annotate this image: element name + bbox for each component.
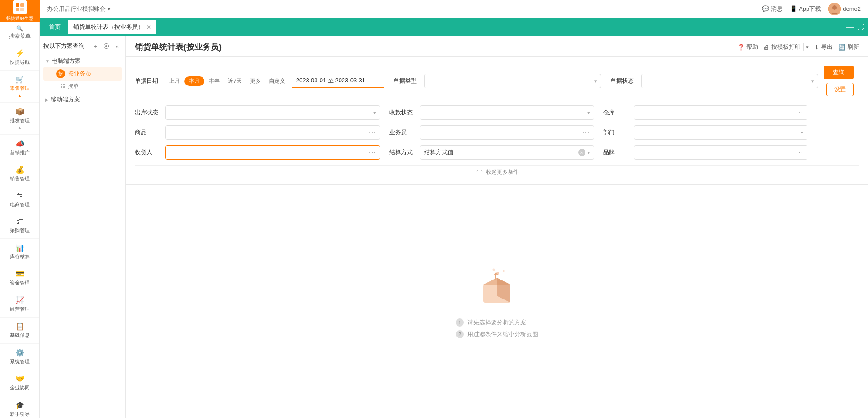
- salesperson-label: 业务员: [389, 128, 416, 137]
- tip-text-2: 用过滤条件来缩小分析范围: [467, 330, 538, 338]
- refresh-btn[interactable]: 🔄 刷新: [838, 43, 859, 51]
- refresh-icon: 🔄: [838, 44, 845, 51]
- product-label: 商品: [135, 128, 162, 137]
- filter-row-1: 单据日期 上月 本月 本年 近7天 更多 自定义 2023-: [135, 62, 859, 100]
- sidebar-item-operations[interactable]: 📈 经营管理: [0, 291, 39, 318]
- tab-minimize-btn[interactable]: —: [846, 23, 854, 31]
- avatar: [828, 3, 841, 15]
- settlement-select[interactable]: 结算方式值 ✕ ▾: [420, 145, 594, 160]
- cooperation-icon: 🤝: [15, 375, 24, 383]
- salesperson-select[interactable]: ···: [420, 125, 594, 140]
- sidebar-item-wholesale[interactable]: 📦 批发管理 ▲: [0, 103, 39, 135]
- operations-icon: 📈: [15, 296, 24, 304]
- settlement-clear-btn[interactable]: ✕: [578, 149, 585, 156]
- schema-item-salesperson[interactable]: 按 按业务员: [43, 67, 122, 81]
- tab-maximize-btn[interactable]: ⛶: [857, 23, 864, 31]
- svg-rect-0: [16, 3, 19, 7]
- doc-status-select[interactable]: ▾: [641, 74, 818, 88]
- sidebar-item-ecommerce[interactable]: 🛍 电商管理: [0, 187, 39, 213]
- svg-rect-3: [20, 8, 24, 11]
- export-btn[interactable]: ⬇ 导出: [814, 43, 833, 51]
- svg-rect-1: [20, 3, 24, 7]
- schema-settings-btn[interactable]: [102, 42, 111, 51]
- filter-salesperson: 业务员 ···: [389, 125, 594, 140]
- account-selector[interactable]: 办公用品行业模拟账套 ▾: [47, 5, 111, 13]
- message-btn[interactable]: 💬 消息: [762, 5, 783, 13]
- date-tab-lastmonth[interactable]: 上月: [165, 76, 184, 86]
- out-status-arrow: ▾: [373, 110, 376, 116]
- schema-subitem-order[interactable]: 按单: [43, 81, 122, 92]
- svg-point-7: [105, 45, 107, 47]
- marketing-icon: 📣: [15, 139, 24, 148]
- receiver-input[interactable]: ···: [165, 145, 380, 160]
- add-schema-btn[interactable]: +: [91, 42, 100, 51]
- schema-group-desktop-header[interactable]: ▼ 电脑端方案: [43, 55, 122, 67]
- date-tab-custom[interactable]: 自定义: [265, 76, 289, 86]
- help-icon: ❓: [737, 44, 745, 51]
- department-select[interactable]: ▾: [634, 125, 808, 140]
- retail-icon: 🛒: [15, 75, 24, 84]
- right-panel: 销货单统计表(按业务员) ❓ 帮助 🖨 按模板打印 ▾ ⬇: [126, 36, 868, 418]
- doc-type-select[interactable]: ▾: [424, 74, 601, 88]
- salesperson-dots: ···: [582, 128, 590, 137]
- collapse-bar: ⌃⌃ 收起更多条件: [135, 165, 859, 179]
- phone-icon: 📱: [790, 5, 797, 12]
- warehouse-select[interactable]: ···: [634, 105, 808, 120]
- settings-btn[interactable]: 设置: [826, 83, 854, 96]
- filter-collection-status: 收款状态 ▾: [389, 105, 594, 120]
- sidebar-item-marketing[interactable]: 📣 营销推广: [0, 135, 39, 161]
- date-tab-thisyear[interactable]: 本年: [205, 76, 223, 86]
- schema-group-mobile-header[interactable]: ▶ 移动端方案: [43, 94, 122, 105]
- tip-text-1: 请先选择要分析的方案: [467, 318, 526, 327]
- sidebar-item-sales[interactable]: 💰 销售管理: [0, 161, 39, 187]
- sidebar-item-cooperation[interactable]: 🤝 企业协同: [0, 370, 39, 396]
- print-btn[interactable]: 🖨 按模板打印: [764, 43, 804, 51]
- brand-select[interactable]: ···: [634, 145, 808, 160]
- sidebar-item-finance[interactable]: 💳 资金管理: [0, 265, 39, 291]
- tab-home[interactable]: 首页: [43, 20, 66, 34]
- collection-status-select[interactable]: ▾: [420, 105, 594, 120]
- tab-close-btn[interactable]: ✕: [146, 24, 151, 30]
- sidebar-item-system[interactable]: ⚙️ 系统管理: [0, 344, 39, 370]
- sidebar-logo[interactable]: 畅捷通好生意: [0, 0, 40, 22]
- sidebar-item-inventory[interactable]: 📊 库存核算: [0, 239, 39, 265]
- sidebar-item-purchase[interactable]: 🏷 采购管理: [0, 213, 39, 239]
- help-btn[interactable]: ❓ 帮助: [737, 43, 758, 51]
- left-panel: 按以下方案查询 + « ▼ 电脑端方案: [40, 36, 126, 418]
- collapse-btn[interactable]: ⌃⌃ 收起更多条件: [475, 168, 519, 176]
- date-tab-thismonth[interactable]: 本月: [184, 76, 204, 86]
- receiver-dots: ···: [369, 148, 376, 157]
- tab-sales-stat[interactable]: 销货单统计表（按业务员） ✕: [68, 20, 156, 34]
- sidebar-item-quick-nav[interactable]: ⚡ 快捷导航: [0, 44, 39, 71]
- filter-row-4: 收货人 ··· 结算方式 结算方式值 ✕ ▾: [135, 145, 859, 160]
- schema-group-desktop-label: 电脑端方案: [52, 57, 81, 65]
- product-select[interactable]: ···: [165, 125, 380, 140]
- sidebar-item-newbie[interactable]: 🎓 新手引导: [0, 396, 39, 418]
- sidebar-search[interactable]: 🔍 搜索菜单: [0, 22, 39, 44]
- tip-num-1: 1: [456, 318, 464, 327]
- date-range-input[interactable]: 2023-03-01 至 2023-03-31: [292, 74, 384, 88]
- doc-type-label: 单据类型: [393, 77, 420, 85]
- newbie-icon: 🎓: [15, 401, 24, 409]
- sidebar-item-basic[interactable]: 📋 基础信息: [0, 318, 39, 344]
- filter-receiver: 收货人 ···: [135, 145, 380, 160]
- filter-row-2: 出库状态 ▾ 收款状态 ▾: [135, 105, 859, 120]
- tab-home-label: 首页: [49, 23, 61, 31]
- app-download-btn[interactable]: 📱 App下载: [790, 5, 821, 13]
- print-dropdown-btn[interactable]: ▾: [804, 44, 809, 51]
- filter-brand: 品牌 ···: [603, 145, 808, 160]
- product-dots: ···: [369, 128, 376, 137]
- sidebar-item-retail[interactable]: 🛒 零售管理 ▲: [0, 71, 39, 103]
- collection-status-arrow: ▾: [587, 110, 590, 116]
- export-icon: ⬇: [814, 44, 819, 51]
- date-tab-more[interactable]: 更多: [246, 76, 264, 86]
- collapse-panel-btn[interactable]: «: [113, 42, 122, 51]
- schema-group-mobile: ▶ 移动端方案: [43, 94, 122, 105]
- svg-point-16: [503, 270, 505, 272]
- sidebar: 畅捷通好生意 🔍 搜索菜单 ⚡ 快捷导航 🛒 零售管理 ▲ 📦 批发管理 ▲ 📣…: [0, 0, 40, 418]
- out-status-select[interactable]: ▾: [165, 105, 380, 120]
- collection-status-label: 收款状态: [389, 109, 416, 117]
- date-tab-7days[interactable]: 近7天: [224, 76, 245, 86]
- query-btn[interactable]: 查询: [824, 66, 854, 79]
- user-menu[interactable]: demo2: [828, 3, 861, 15]
